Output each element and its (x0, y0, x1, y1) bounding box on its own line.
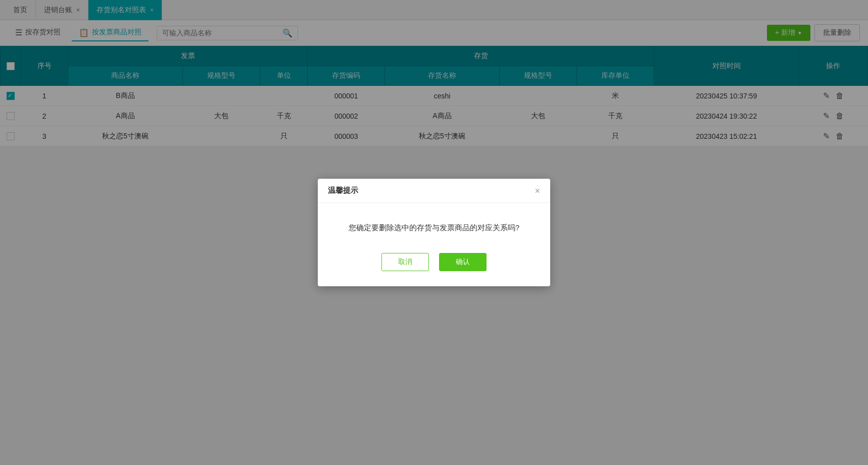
modal-overlay: 温馨提示 × 您确定要删除选中的存货与发票商品的对应关系吗? 取消 确认 (0, 0, 868, 146)
